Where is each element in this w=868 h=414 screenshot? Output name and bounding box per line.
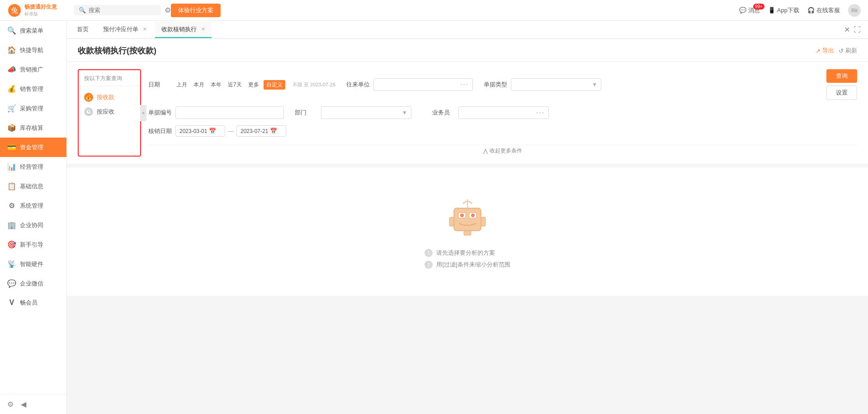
filter-row-1: 日期 上月 本月 本年 近7天 更多 自定义 不限 至 2023-07-26 (148, 69, 857, 100)
business-icon: 📊 (7, 162, 16, 171)
verify-date-end-input[interactable]: 2023-07-21 📅 (236, 125, 286, 137)
svg-rect-7 (464, 231, 471, 235)
dept-select[interactable]: ▼ (321, 106, 411, 119)
date-field: 日期 上月 本月 本年 近7天 更多 自定义 不限 至 2023-07-26 (148, 80, 335, 90)
sidebar-item-finance[interactable]: 💳 资金管理 (0, 138, 66, 157)
inventory-icon: 📦 (7, 124, 16, 132)
message-item[interactable]: 💬 消息 99+ (739, 6, 760, 14)
sidebar-label-inventory: 库存核算 (20, 124, 43, 132)
svg-rect-8 (449, 217, 454, 226)
online-service-item[interactable]: 🎧 在线客服 (807, 6, 840, 14)
refresh-label: 刷新 (845, 47, 857, 55)
shortcut-this-year[interactable]: 本年 (209, 80, 223, 90)
verify-date-start-input[interactable]: 2023-03-01 📅 (175, 125, 225, 137)
svg-point-5 (460, 214, 464, 217)
sidebar-item-business[interactable]: 📊 经营管理 (0, 157, 66, 176)
app-download-label: App下载 (777, 6, 799, 14)
counterpart-select[interactable]: ··· (373, 78, 473, 91)
tab-receivable[interactable]: 收款核销执行 ✕ (155, 22, 212, 38)
shortcut-custom[interactable]: 自定义 (264, 80, 285, 90)
query-button[interactable]: 查询 (826, 69, 857, 83)
shortcut-more[interactable]: 更多 (246, 80, 261, 90)
doc-type-field: 单据类型 ▼ (484, 78, 610, 91)
download-icon: 📱 (768, 7, 775, 14)
sidebar-label-finance: 资金管理 (20, 143, 43, 152)
shortcut-last-month[interactable]: 上月 (175, 80, 189, 90)
sidebar-item-guide[interactable]: 🎯 新手引导 (0, 235, 66, 254)
gear-icon-top[interactable]: ⚙ (165, 6, 171, 14)
verify-date-field: 核销日期 2023-03-01 📅 — 2023-07-21 📅 (148, 125, 286, 137)
tab-prepay-label: 预付冲应付单 (103, 25, 138, 33)
filter-panel: 按以下方案查询 💰 按收款 🕒 按应收 « (67, 62, 868, 164)
empty-hints: 1 请先选择要分析的方案 2 用[过滤]条件来缩小分析范围 (425, 249, 510, 269)
page-content: 收款核销执行(按收款) ↗ 导出 ↺ 刷新 (67, 39, 868, 414)
sidebar-item-system[interactable]: ⚙ 系统管理 (0, 196, 66, 215)
filter-row-2: 单据编号 部门 ▼ 业务员 (148, 106, 857, 119)
sidebar-item-search-menu[interactable]: 🔍 搜索菜单 (0, 21, 66, 40)
export-button[interactable]: ↗ 导出 (816, 47, 834, 55)
user-avatar[interactable]: Rit (848, 4, 861, 17)
tab-expand-icon[interactable]: ⛶ (854, 26, 861, 34)
svg-text:兔: 兔 (11, 6, 18, 14)
username-display: Rit (851, 8, 857, 13)
headset-icon: 🎧 (807, 7, 815, 14)
tab-prepay-close[interactable]: ✕ (143, 26, 147, 32)
app-download-item[interactable]: 📱 App下载 (768, 6, 799, 14)
sidebar-item-marketing[interactable]: 📣 营销推广 (0, 60, 66, 79)
sidebar-label-business: 经营管理 (20, 163, 43, 171)
sidebar-item-inventory[interactable]: 📦 库存核算 (0, 118, 66, 138)
collapse-more-label: 收起更多条件 (490, 147, 522, 155)
industry-btn[interactable]: 体验行业方案 (171, 4, 221, 17)
shortcut-7days[interactable]: 近7天 (226, 80, 244, 90)
sidebar-gear-icon[interactable]: ⚙ (7, 400, 14, 409)
sidebar-item-quick-nav[interactable]: 🏠 快捷导航 (0, 40, 66, 60)
shortcut-this-month[interactable]: 本月 (192, 80, 206, 90)
doc-type-select[interactable]: ▼ (511, 78, 601, 91)
tab-home[interactable]: 首页 (71, 22, 95, 38)
counterpart-label: 往来单位 (346, 81, 370, 89)
sidebar-item-smart-hw[interactable]: 📡 智能硬件 (0, 254, 66, 274)
sidebar-item-purchase[interactable]: 🛒 采购管理 (0, 99, 66, 118)
top-search-box[interactable]: 🔍 (74, 5, 161, 15)
doc-no-input[interactable] (175, 106, 284, 119)
receipt-icon-symbol: 💰 (85, 95, 92, 100)
receivable-icon-symbol: 🕒 (85, 109, 92, 115)
filter-option-by-receivable[interactable]: 🕒 按应收 (79, 105, 140, 119)
date-label: 日期 (148, 81, 171, 89)
filter-option-by-receipt[interactable]: 💰 按收款 (79, 90, 140, 105)
top-bar: 兔 畅捷通好生意 标准版 🔍 ⚙ 体验行业方案 💬 消息 99+ 📱 App下载… (0, 0, 868, 21)
sidebar-item-basic-info[interactable]: 📋 基础信息 (0, 176, 66, 196)
sidebar-item-vip[interactable]: V 畅会员 (0, 293, 66, 312)
empty-illustration (440, 195, 495, 240)
sidebar-item-enterprise[interactable]: 🏢 企业协同 (0, 215, 66, 235)
sidebar-collapse-icon[interactable]: ◀ (21, 400, 26, 409)
dept-field: 部门 ▼ (295, 106, 421, 119)
sidebar-item-wechat[interactable]: 💬 企业微信 (0, 274, 66, 293)
marketing-icon: 📣 (7, 65, 16, 74)
date-shortcuts: 上月 本月 本年 近7天 更多 自定义 (175, 80, 285, 90)
dept-label: 部门 (295, 109, 317, 117)
page-title-row: 收款核销执行(按收款) ↗ 导出 ↺ 刷新 (78, 45, 857, 56)
page-header: 收款核销执行(按收款) ↗ 导出 ↺ 刷新 (67, 39, 868, 62)
sidebar: 🔍 搜索菜单 🏠 快捷导航 📣 营销推广 💰 销售管理 🛒 采购管理 📦 库存核… (0, 21, 67, 414)
settings-button[interactable]: 设置 (826, 86, 857, 100)
search-input[interactable] (89, 7, 156, 14)
tab-receivable-close[interactable]: ✕ (201, 26, 205, 32)
staff-dots-icon: ··· (536, 109, 545, 117)
hint-item-2: 2 用[过滤]条件来缩小分析范围 (425, 261, 510, 269)
tab-close-all-icon[interactable]: ✕ (844, 25, 850, 34)
tab-bar: 首页 预付冲应付单 ✕ 收款核销执行 ✕ ✕ ⛶ (67, 21, 868, 39)
refresh-button[interactable]: ↺ 刷新 (839, 47, 857, 55)
tab-prepay[interactable]: 预付冲应付单 ✕ (97, 22, 153, 38)
staff-select[interactable]: ··· (458, 106, 549, 119)
message-badge: 99+ (753, 4, 764, 10)
main-content: 首页 预付冲应付单 ✕ 收款核销执行 ✕ ✕ ⛶ 收款核销执行(按收款) (67, 21, 868, 414)
sidebar-item-sales[interactable]: 💰 销售管理 (0, 79, 66, 99)
app-name: 畅捷通好生意 (24, 3, 57, 11)
filter-sidebar-collapse-btn[interactable]: « (140, 105, 146, 121)
filter-sidebar: 按以下方案查询 💰 按收款 🕒 按应收 « (78, 69, 141, 157)
enterprise-icon: 🏢 (7, 221, 16, 229)
sidebar-label-sales: 销售管理 (20, 85, 43, 93)
dept-arrow-icon: ▼ (402, 109, 407, 116)
collapse-more-btn[interactable]: ⋀ 收起更多条件 (148, 145, 857, 157)
